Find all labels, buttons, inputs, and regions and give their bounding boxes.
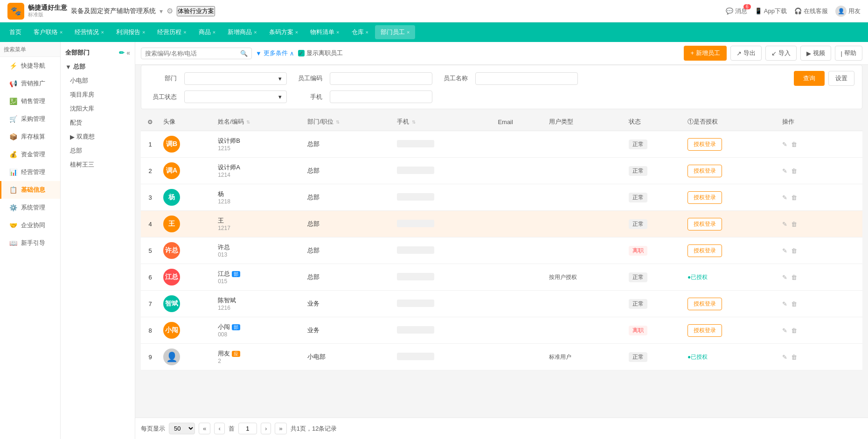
nav-item-customer[interactable]: 客户联络 × [28,25,68,39]
user-button[interactable]: 👤 用友 [835,6,861,17]
nav-item-profit[interactable]: 利润报告 × [111,25,151,39]
nav-item-home[interactable]: 首页 [4,25,27,39]
settings-icon[interactable]: ⚙ [167,7,173,15]
more-filter-button[interactable]: ▼ 更多条件 ∧ [256,49,294,57]
dept-select[interactable]: ▾ [184,72,287,85]
sidebar-item-inventory[interactable]: 📦 库存核算 [0,128,60,146]
import-button[interactable]: ↙ 导入 [765,46,797,61]
nav-close-operations[interactable]: × [101,29,104,35]
delete-icon[interactable]: 🗑 [791,221,797,228]
nav-item-bom[interactable]: 物料清单 × [305,25,345,39]
last-page-button[interactable]: » [275,423,286,434]
video-button[interactable]: ▶ 视频 [800,46,831,61]
emp-name-input[interactable] [475,72,578,85]
auth-button[interactable]: 授权登录 [687,244,722,257]
col-dept[interactable]: 部门/职位 ⇅ [304,113,393,131]
auth-button[interactable]: 授权登录 [687,298,722,310]
dept-node-plant[interactable]: 植树王三 [61,158,135,172]
auth-button[interactable]: 授权登录 [687,218,722,230]
sidebar-item-sales[interactable]: 💹 销售管理 [0,92,60,110]
sidebar-item-basic[interactable]: 📋 基础信息 [0,181,60,199]
edit-icon[interactable]: ✎ [782,300,787,307]
delete-icon[interactable]: 🗑 [791,274,797,281]
experience-button[interactable]: 体验行业方案 [177,6,215,16]
add-employee-button[interactable]: + 新增员工 [684,46,726,61]
dept-node-project[interactable]: 项目库房 [61,88,135,102]
col-settings[interactable]: ⚙ [141,113,160,131]
dept-node-small-electric[interactable]: 小电部 [61,74,135,88]
page-size-select[interactable]: 50 100 [169,423,195,434]
delete-icon[interactable]: 🗑 [791,300,797,307]
next-page-button[interactable]: › [261,423,271,434]
edit-icon[interactable]: ✎ [782,141,787,148]
auth-button[interactable]: 授权登录 [687,138,722,151]
edit-icon[interactable]: ✎ [782,354,787,361]
sidebar-search-input[interactable] [4,46,61,53]
nav-item-history[interactable]: 经营历程 × [152,25,192,39]
sidebar-item-nav[interactable]: ⚡ 快捷导航 [0,57,60,75]
col-name[interactable]: 姓名/编码 ⇅ [214,113,304,131]
sidebar-item-purchase[interactable]: 🛒 采购管理 [0,110,60,128]
nav-close-barcode[interactable]: × [295,29,298,35]
app-download-button[interactable]: 📱 App下载 [755,7,787,15]
nav-item-barcode[interactable]: 条码方案 × [264,25,304,39]
dept-edit-icon[interactable]: ✏ [119,49,125,56]
search-input[interactable] [145,50,238,57]
nav-item-warehouse[interactable]: 仓库 × [346,25,374,39]
dept-node-hq[interactable]: ▼ 总部 [61,60,135,74]
dropdown-icon[interactable]: ▾ [160,7,163,15]
delete-icon[interactable]: 🗑 [791,327,797,334]
sidebar-item-guide[interactable]: 📖 新手引导 [0,234,60,252]
page-number-input[interactable] [238,423,257,434]
col-phone[interactable]: 手机 ⇅ [393,113,494,131]
nav-close-bom[interactable]: × [336,29,339,35]
dept-node-general[interactable]: 总部 [61,144,135,158]
emp-code-input[interactable] [330,72,432,85]
phone-input[interactable] [330,91,432,103]
service-button[interactable]: 🎧 在线客服 [794,7,828,15]
dept-node-shenyang[interactable]: 沈阳大库 [61,102,135,116]
delete-icon[interactable]: 🗑 [791,354,797,361]
query-button[interactable]: 查询 [794,71,825,86]
dept-collapse-icon[interactable]: « [126,49,130,56]
edit-icon[interactable]: ✎ [782,327,787,334]
delete-icon[interactable]: 🗑 [791,167,797,174]
nav-item-dept[interactable]: 部门员工 × [375,25,415,39]
sidebar-item-mgmt[interactable]: 📊 经营管理 [0,163,60,181]
nav-item-goods[interactable]: 商品 × [193,25,221,39]
emp-status-select[interactable]: ▾ [184,91,287,103]
edit-icon[interactable]: ✎ [782,167,787,174]
first-page-button[interactable]: « [199,423,210,434]
nav-item-operations[interactable]: 经营情况 × [69,25,109,39]
nav-close-warehouse[interactable]: × [366,29,368,35]
prev-page-button[interactable]: ‹ [214,423,224,434]
nav-close-customer[interactable]: × [60,29,62,35]
help-button[interactable]: | 帮助 [835,46,862,61]
nav-close-dept[interactable]: × [407,29,410,35]
message-button[interactable]: 💬 消息 6 [726,7,747,15]
delete-icon[interactable]: 🗑 [791,194,797,201]
edit-icon[interactable]: ✎ [782,194,787,201]
nav-close-add-goods[interactable]: × [254,29,257,35]
export-button[interactable]: ↗ 导出 [730,46,762,61]
delete-icon[interactable]: 🗑 [791,141,797,148]
sidebar-item-finance[interactable]: 💰 资金管理 [0,146,60,163]
edit-icon[interactable]: ✎ [782,221,787,228]
delete-icon[interactable]: 🗑 [791,247,797,254]
nav-item-add-goods[interactable]: 新增商品 × [222,25,262,39]
sidebar-item-system[interactable]: ⚙️ 系统管理 [0,199,60,216]
auth-button[interactable]: 授权登录 [687,191,722,204]
edit-icon[interactable]: ✎ [782,247,787,254]
dept-node-delivery[interactable]: 配货 [61,116,135,130]
setting-button[interactable]: 设置 [828,71,854,86]
nav-close-goods[interactable]: × [213,29,215,35]
auth-button[interactable]: 授权登录 [687,324,722,337]
sidebar-item-collab[interactable]: 🤝 企业协同 [0,216,60,234]
dept-node-shuanglu[interactable]: ▶ 双鹿想 [61,130,135,144]
sidebar-item-marketing[interactable]: 📢 营销推广 [0,75,60,92]
auth-button[interactable]: 授权登录 [687,165,722,177]
nav-close-history[interactable]: × [183,29,186,35]
show-former-toggle[interactable]: ✓ 显示离职员工 [298,49,343,57]
nav-close-profit[interactable]: × [142,29,145,35]
edit-icon[interactable]: ✎ [782,274,787,281]
